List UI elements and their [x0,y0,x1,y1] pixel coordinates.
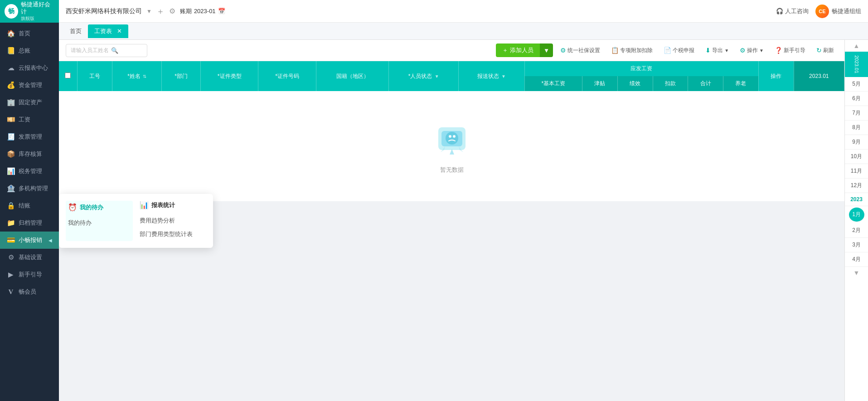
sidebar-item-close-period[interactable]: 🔒 结账 [0,197,59,214]
refresh-icon: ↻ [816,47,822,54]
settings-icon: ⚙ [7,253,15,261]
add-company-button[interactable]: ＋ [156,6,165,17]
month-item-4[interactable]: 4月 [845,252,868,267]
popup-expense-trend-item[interactable]: 费用趋势分析 [140,214,207,227]
export-button[interactable]: ⬇ 导出 ▼ [702,44,732,57]
sidebar-item-capital[interactable]: 💰 资金管理 [0,77,59,94]
popup-my-todo-item[interactable]: 我的待办 [68,216,131,230]
tab-close-button[interactable]: ✕ [117,28,122,34]
period-selector[interactable]: 账期 2023-01 📅 [180,7,225,15]
status-filter-icon[interactable]: ▼ [435,74,439,79]
tab-payroll-label: 工资表 [94,27,112,35]
select-all-header [59,61,77,91]
month-item-9[interactable]: 9月 [845,135,868,150]
tab-payroll[interactable]: 工资表 ✕ [88,24,128,38]
operation-icon: ⚙ [740,47,746,54]
report-filter-icon[interactable]: ▼ [501,74,506,79]
svg-point-3 [449,135,451,138]
sidebar-item-invoice[interactable]: 🧾 发票管理 [0,128,59,145]
user-menu[interactable]: CE 畅捷通组组 [815,5,861,18]
sidebar-item-inventory[interactable]: 📦 库存核算 [0,145,59,163]
sidebar-item-cloud-reports[interactable]: ☁ 云报表中心 [0,59,59,77]
collapse-icon: ◀ [48,238,52,243]
operation-label: 操作 [747,47,758,54]
th-salary-label: 应发工资 [630,65,652,72]
month-item-5[interactable]: 5月 [845,77,868,92]
th-subsidy: 津贴 [582,76,618,91]
user-initials: CE [819,9,825,14]
toolbar-right: ＋ 添加人员 ▼ ⚙ 统一社保设置 📋 专项附加扣除 📄 [496,43,838,57]
th-deduction: 扣款 [653,76,688,91]
th-report-status: 报送状态 ▼ [459,61,525,91]
service-button[interactable]: 🎧 人工咨询 [776,7,809,15]
company-dropdown-icon[interactable]: ▼ [146,8,152,14]
th-year-label: 2023.01 [809,73,829,79]
sidebar-item-xiaochang[interactable]: 💳 小畅报销 ◀ [0,232,59,249]
name-sort-icon[interactable]: ⇅ [143,74,146,79]
settings-button[interactable]: ⚙ [169,7,175,15]
sidebar-label-ledger: 总账 [19,47,30,55]
popup-reports-title: 📊 报表统计 [140,201,207,209]
home-icon: 🏠 [7,29,15,38]
personal-tax-button[interactable]: 📄 个税申报 [660,44,698,57]
payroll-table: 工号 *姓名 ⇅ *部门 *证件类型 *证件号码 国籍（地区） *人员状态 [59,61,844,91]
sidebar-item-guide[interactable]: ▶ 新手引导 [0,266,59,283]
month-nav-up[interactable]: ▲ [851,40,862,52]
add-person-button[interactable]: ＋ 添加人员 [496,43,540,57]
svg-point-4 [453,135,456,138]
month-item-3[interactable]: 3月 [845,238,868,252]
sidebar-item-multi-org[interactable]: 🏦 多机构管理 [0,180,59,197]
member-icon: V [7,288,15,296]
sidebar-label-settings: 基础设置 [19,253,42,261]
sidebar-item-archive[interactable]: 📁 归档管理 [0,214,59,232]
select-all-checkbox[interactable] [65,72,71,78]
month-item-10[interactable]: 10月 [845,150,868,164]
month-11-label: 11月 [851,168,862,174]
tab-home[interactable]: 首页 [63,24,88,38]
sidebar-item-tax[interactable]: 📊 税务管理 [0,163,59,180]
ledger-icon: 📒 [7,47,15,55]
guide-toolbar-button[interactable]: ❓ 新手引导 [771,44,809,57]
refresh-label: 刷新 [823,47,834,54]
month-item-8[interactable]: 8月 [845,121,868,135]
tax-deduction-button[interactable]: 📋 专项附加扣除 [607,44,656,57]
calendar-icon[interactable]: 📅 [218,8,225,14]
search-input-container[interactable]: 请输入员工姓名 🔍 [66,44,147,57]
operation-button[interactable]: ⚙ 操作 ▼ [736,44,767,57]
popup-reports-label: 报表统计 [151,201,175,209]
tax-deduction-label: 专项附加扣除 [620,47,653,54]
month-item-12[interactable]: 12月 [845,179,868,193]
sidebar-item-ledger[interactable]: 📒 总账 [0,42,59,59]
month-item-7[interactable]: 7月 [845,106,868,121]
sidebar-item-settings[interactable]: ⚙ 基础设置 [0,249,59,266]
month-item-6[interactable]: 6月 [845,92,868,106]
refresh-button[interactable]: ↻ 刷新 [813,44,838,57]
month-7-label: 7月 [852,110,861,116]
sidebar-item-home[interactable]: 🏠 首页 [0,25,59,42]
popup-grid: ⏰ 我的待办 我的待办 📊 报表统计 费用趋势分析 [66,201,206,241]
sidebar-item-payroll[interactable]: 💴 工资 [0,111,59,128]
sidebar-item-member[interactable]: V 畅会员 [0,283,59,300]
export-dropdown-icon: ▼ [724,48,729,53]
month-nav-down[interactable]: ▼ [851,267,862,279]
th-year: 2023.01 [794,61,844,91]
social-security-button[interactable]: ⚙ 统一社保设置 [557,44,604,57]
empty-state-text: 暂无数据 [440,166,464,174]
inventory-icon: 📦 [7,150,15,158]
xiaochang-icon: 💳 [7,236,15,244]
add-person-dropdown[interactable]: ▼ [540,43,553,57]
sidebar-label-capital: 资金管理 [19,81,42,89]
month-item-2[interactable]: 2月 [845,223,868,238]
month-nav-header: 2023.01 [845,52,868,77]
popup-dept-expense-item[interactable]: 部门费用类型统计表 [140,227,207,241]
month-item-1[interactable]: 1月 [849,208,864,222]
th-base-salary: *基本工资 [524,76,582,91]
sidebar-item-fixed-assets[interactable]: 🏢 固定资产 [0,94,59,111]
period-label: 账期 [180,7,192,15]
sidebar-label-home: 首页 [19,29,30,38]
month-3-label: 3月 [852,242,861,248]
month-item-11[interactable]: 11月 [845,164,868,179]
add-person-btn-group: ＋ 添加人员 ▼ [496,43,553,57]
popup-section-todo: ⏰ 我的待办 我的待办 [66,201,133,241]
month-nav-year-label: 2023.01 [854,55,859,73]
